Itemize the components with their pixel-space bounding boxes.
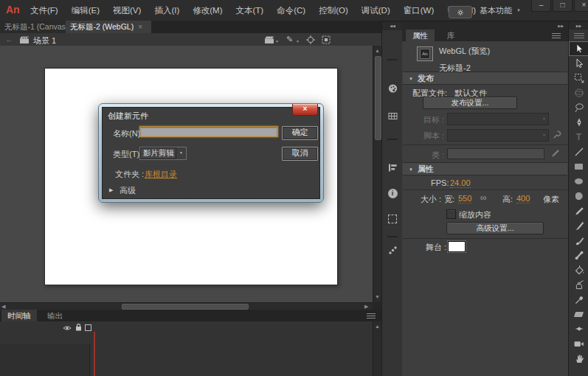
sync-settings-button[interactable]: [449, 6, 472, 18]
width-value[interactable]: 550: [458, 194, 471, 203]
chevron-down-icon: ▼: [296, 39, 300, 43]
subselection-tool[interactable]: [569, 56, 588, 71]
close-button[interactable]: ×: [574, 0, 588, 12]
free-transform-tool[interactable]: [569, 71, 588, 86]
swatches-panel-button[interactable]: [382, 106, 403, 125]
properties-section-header[interactable]: ▼属性: [403, 162, 567, 175]
menu-item[interactable]: 修改(M): [186, 0, 229, 21]
pencil-icon[interactable]: [550, 148, 560, 158]
playhead-line[interactable]: [94, 332, 95, 376]
workspace-switcher[interactable]: 基本功能 ▼: [480, 0, 521, 21]
publish-section-header[interactable]: ▼发布: [403, 72, 567, 85]
cancel-button[interactable]: 取消: [282, 147, 318, 161]
line-tool[interactable]: [569, 145, 588, 159]
expand-panels-icon[interactable]: ◀◀: [382, 22, 403, 30]
link-icon[interactable]: ∞: [480, 192, 487, 203]
align-panel-button[interactable]: [382, 158, 403, 177]
panel-menu-icon[interactable]: [574, 32, 584, 38]
height-value[interactable]: 400: [516, 194, 530, 203]
dock-group-grip[interactable]: [387, 59, 398, 60]
animate-window: An 文件(F)编辑(E)视图(V)插入(I)修改(M)文本(T)命令(C)控制…: [0, 0, 588, 376]
dock-group-grip[interactable]: [387, 236, 398, 237]
panel-menu-icon[interactable]: [367, 313, 376, 318]
stage-color-swatch[interactable]: [448, 241, 466, 252]
document-tab-untitled2[interactable]: 无标题-2 (WebGL)×: [66, 21, 151, 33]
dialog-close-button[interactable]: ×: [292, 104, 318, 116]
tab-library[interactable]: 库: [440, 29, 462, 41]
paint-brush-tool[interactable]: [569, 218, 588, 233]
paint-bucket-tool[interactable]: [569, 262, 588, 277]
pen-tool[interactable]: [569, 115, 588, 130]
info-panel-button[interactable]: i: [382, 184, 403, 203]
tab-properties[interactable]: 属性: [406, 29, 435, 41]
minimize-button[interactable]: –: [531, 0, 551, 12]
symbol-name-input[interactable]: [139, 126, 278, 137]
menu-item[interactable]: 插入(I): [148, 0, 186, 21]
lock-icon[interactable]: [74, 323, 83, 332]
lasso-tool[interactable]: [569, 100, 588, 115]
transform-panel-button[interactable]: [382, 209, 403, 229]
hand-tool[interactable]: [569, 351, 588, 366]
menu-item[interactable]: 视图(V): [106, 0, 148, 21]
menu-item[interactable]: 命令(C): [270, 0, 312, 21]
dock-group-grip[interactable]: [387, 139, 398, 140]
publish-settings-button[interactable]: 发布设置...: [423, 97, 517, 109]
document-tab-untitled1[interactable]: 无标题-1 (Canvas)×: [0, 21, 75, 33]
symbol-type-select[interactable]: 影片剪辑 ▼: [139, 147, 187, 160]
camera-tool[interactable]: [569, 336, 588, 351]
menu-item[interactable]: 调试(D): [355, 0, 397, 21]
menu-item[interactable]: 文本(T): [229, 0, 270, 21]
rectangle-icon: [575, 164, 583, 170]
class-input[interactable]: [447, 148, 544, 159]
menu-item[interactable]: 编辑(E): [65, 0, 106, 21]
tab-output[interactable]: 输出: [41, 310, 69, 321]
edit-scene-icon[interactable]: [264, 35, 274, 44]
3d-rotation-tool[interactable]: [569, 86, 588, 100]
folder-link[interactable]: 库根目录: [145, 169, 177, 180]
collapse-panels-icon[interactable]: ▶▶: [569, 22, 588, 29]
h-scroll-thumb[interactable]: [122, 304, 249, 310]
scroll-up-icon[interactable]: ▲: [375, 47, 380, 55]
selection-tool[interactable]: [569, 41, 588, 56]
scroll-up-icon[interactable]: ▲: [375, 323, 380, 330]
menu-item[interactable]: 文件(F): [24, 0, 65, 21]
center-frame-icon[interactable]: [305, 35, 316, 45]
menu-item[interactable]: 窗口(W): [397, 0, 441, 21]
width-tool[interactable]: [569, 321, 588, 336]
back-arrow-icon[interactable]: ←: [5, 35, 13, 43]
fps-value[interactable]: 24.00: [450, 178, 471, 188]
brush-tool[interactable]: [569, 233, 588, 248]
tab-close-icon[interactable]: ×: [138, 23, 142, 31]
edit-symbols-icon[interactable]: ✎: [286, 35, 293, 44]
outline-view-icon[interactable]: [85, 324, 91, 331]
color-panel-button[interactable]: [382, 78, 403, 97]
scale-content-checkbox[interactable]: [446, 209, 456, 219]
advanced-expander-icon[interactable]: ▶: [109, 187, 113, 193]
menu-item[interactable]: 控制(O): [312, 0, 355, 21]
maximize-button[interactable]: □: [553, 0, 573, 12]
motion-presets-panel-button[interactable]: [382, 240, 403, 260]
tab-timeline[interactable]: 时间轴: [1, 310, 37, 321]
ink-bottle-tool[interactable]: [569, 277, 588, 292]
ok-button[interactable]: 确定: [282, 126, 318, 140]
advanced-settings-button[interactable]: 高级设置...: [446, 222, 544, 234]
rectangle-tool[interactable]: [569, 159, 588, 174]
eraser-tool[interactable]: [569, 307, 588, 321]
collapse-panels-icon[interactable]: ▶▶: [402, 22, 568, 29]
clip-content-icon[interactable]: [321, 35, 331, 45]
target-select[interactable]: ▼: [447, 113, 549, 125]
pencil-tool[interactable]: [569, 203, 588, 218]
polystar-tool[interactable]: [569, 189, 588, 203]
bone-tool[interactable]: [569, 248, 588, 262]
wrench-icon[interactable]: [552, 130, 561, 139]
eye-icon[interactable]: [63, 324, 72, 332]
scroll-down-icon[interactable]: ▼: [375, 293, 380, 301]
layer-list-empty-area[interactable]: [0, 344, 90, 376]
eyedropper-tool[interactable]: [569, 292, 588, 307]
oval-tool[interactable]: [569, 174, 588, 189]
v-scroll-thumb[interactable]: [375, 56, 381, 140]
advanced-label[interactable]: 高级: [120, 185, 136, 196]
script-select[interactable]: ▼: [447, 129, 549, 142]
panel-menu-icon[interactable]: [552, 33, 561, 38]
text-tool[interactable]: T: [569, 130, 588, 145]
